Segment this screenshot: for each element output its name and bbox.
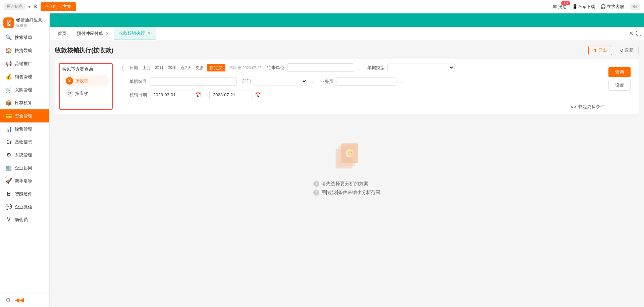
sidebar-item-inventory[interactable]: 📦 库存核算 [0, 96, 49, 109]
sidebar-item-enterprise[interactable]: 🏢 企业协同 [0, 161, 49, 174]
filter-area: 按以下方案查询 ¥ 按收款 ⏱ 按应收 《 [55, 59, 639, 114]
filter-group-partner: 往来单位 ... [267, 63, 362, 72]
filter-row-1: 日期 上月 本月 本年 近7天 更多 自定义 不限 至 2023-07-26 [129, 63, 604, 72]
filter-option-by-receivable[interactable]: ⏱ 按应收 [62, 88, 109, 99]
export-button[interactable]: ⬆ 导出 [588, 46, 612, 55]
filter-group-dept: 部门 ... [242, 77, 315, 86]
sidebar-item-marketing[interactable]: 📢 营销推广 [0, 57, 49, 70]
filter-group-staff: 业务员 ... [320, 77, 404, 86]
collapse-sidebar-icon[interactable]: ◀◀ [15, 296, 24, 304]
date-btn-custom[interactable]: 自定义 [207, 64, 225, 71]
settings-icon[interactable]: ⚙ [5, 296, 11, 304]
dept-more-icon[interactable]: ... [310, 78, 315, 85]
tab-home[interactable]: 首页 [52, 27, 72, 40]
writeoff-date-label: 核销日期 [129, 92, 147, 98]
tab-writeoff[interactable]: 收款核销执行 ✕ [114, 27, 156, 40]
empty-state: 😐 1 请先选择要分析的方案 2 用[过滤]条件来缩小分析范围 [55, 114, 639, 225]
enterprise-icon: 🏢 [5, 165, 12, 171]
sidebar-item-hardware[interactable]: 🖥 智能硬件 [0, 188, 49, 200]
tab-expand-button[interactable]: ⛶ [636, 31, 641, 37]
collapse-more-button[interactable]: ∧∧ 收起更多条件 [570, 104, 604, 110]
date-btn-this-year[interactable]: 本年 [166, 64, 178, 71]
staff-input[interactable] [336, 77, 396, 86]
basic-icon: 🗂 [5, 139, 12, 145]
dept-select[interactable] [254, 77, 307, 86]
filter-scheme-panel: 按以下方案查询 ¥ 按收款 ⏱ 按应收 [59, 63, 113, 110]
tab-close-all-button[interactable]: ✕ [629, 30, 633, 37]
tab-prepay[interactable]: 预付冲应付单 ✕ [72, 27, 114, 40]
page-title: 收款核销执行(按收款) [55, 46, 113, 54]
date-range-separator: — [203, 92, 207, 97]
purchase-icon: 🛒 [5, 87, 12, 93]
sidebar-item-guide[interactable]: 🚀 新手引导 [0, 174, 49, 188]
sidebar-item-basic[interactable]: 🗂 基础信息 [0, 136, 49, 148]
gear-icon[interactable]: ⚙ [33, 3, 38, 10]
partner-more-icon[interactable]: ... [357, 64, 362, 71]
guide-icon: 🚀 [5, 178, 12, 184]
refresh-button[interactable]: ↺ 刷新 [615, 46, 639, 55]
app-download-button[interactable]: 📱 App下载 [572, 4, 595, 10]
calendar-end-icon[interactable]: 📅 [255, 92, 261, 98]
date-btn-last-month[interactable]: 上月 [141, 64, 152, 71]
filter-group-date: 日期 上月 本月 本年 近7天 更多 自定义 不限 至 2023-07-26 [129, 64, 262, 71]
date-btn-this-month[interactable]: 本月 [154, 64, 165, 71]
wechat-icon: 💬 [5, 204, 12, 210]
doc-num-label: 单据编号 [129, 79, 147, 85]
sidebar-item-quicknav[interactable]: 🏠 快捷导航 [0, 44, 49, 57]
export-icon: ⬆ [593, 48, 597, 53]
writeoff-date-end-input[interactable]: 2023-07-21 [209, 91, 253, 99]
doc-type-label: 单据类型 [367, 65, 385, 71]
filter-scheme-title: 按以下方案查询 [62, 66, 109, 72]
message-icon: ✉ [553, 4, 557, 9]
sidebar-bottom: ⚙ ◀◀ [0, 293, 49, 307]
filter-option-by-receipt[interactable]: ¥ 按收款 [62, 75, 109, 87]
filter-group-writeoff-date: 核销日期 2023-03-01 📅 — 2023-07-21 📅 [129, 91, 261, 99]
sidebar-item-wechat[interactable]: 💬 企业微信 [0, 200, 49, 213]
page-actions: ⬆ 导出 ↺ 刷新 [588, 46, 639, 55]
empty-state-icon: 😐 [330, 141, 364, 174]
sidebar-item-search[interactable]: 🔍 搜索菜单 [0, 31, 49, 44]
message-button[interactable]: ✉ 消息 99+ [553, 4, 567, 10]
sidebar-logo: 🐰 畅捷通好生意 标准版 [0, 13, 49, 31]
calendar-start-icon[interactable]: 📅 [195, 92, 201, 98]
chevron-down-icon[interactable]: ▾ [28, 4, 31, 9]
tab-close-writeoff[interactable]: ✕ [148, 31, 151, 36]
app-icon: 📱 [572, 4, 578, 9]
writeoff-date-start-input[interactable]: 2023-03-01 [150, 91, 193, 99]
sidebar-item-finance[interactable]: 💳 资金管理 [0, 109, 49, 122]
top-bar: 用户信息 ▾ ⚙ 休闲行业方案 ✉ 消息 99+ 📱 App下载 🎧 在线客服 … [0, 0, 644, 13]
empty-tip-2: 2 用[过滤]条件来缩小分析范围 [313, 190, 380, 196]
sidebar-item-member[interactable]: V 畅会员 [0, 213, 49, 226]
date-label: 日期 [129, 65, 138, 71]
tip-num-1: 1 [313, 181, 319, 187]
receipt-icon: ¥ [66, 77, 73, 85]
page-header: 收款核销执行(按收款) ⬆ 导出 ↺ 刷新 [55, 46, 639, 55]
svg-text:😐: 😐 [348, 150, 354, 156]
date-btn-more[interactable]: 更多 [194, 64, 206, 71]
sidebar-item-business[interactable]: 📊 经营管理 [0, 122, 49, 136]
empty-tip-1: 1 请先选择要分析的方案 [313, 181, 380, 187]
setting-button[interactable]: 设置 [608, 80, 631, 91]
tab-bar-actions: ✕ ⛶ [629, 30, 641, 37]
solution-button[interactable]: 休闲行业方案 [41, 2, 76, 11]
partner-input[interactable] [287, 63, 354, 72]
tab-bar: 首页 预付冲应付单 ✕ 收款核销执行 ✕ ✕ ⛶ [50, 27, 644, 40]
collapse-more-icon: ∧∧ [570, 104, 577, 109]
date-btn-7days[interactable]: 近7天 [179, 64, 193, 71]
dept-label: 部门 [242, 79, 251, 85]
partner-label: 往来单位 [267, 65, 284, 71]
collapse-filter-button[interactable]: 《 [117, 63, 125, 74]
sidebar-item-sales[interactable]: 💰 销售管理 [0, 70, 49, 83]
service-button[interactable]: 🎧 在线客服 [600, 4, 625, 10]
tip-num-2: 2 [313, 190, 319, 196]
query-button[interactable]: 查询 [608, 67, 631, 77]
doc-type-select[interactable] [387, 63, 454, 72]
content-area: 首页 预付冲应付单 ✕ 收款核销执行 ✕ ✕ ⛶ 收款核销执行(按收款) ⬆ [50, 13, 644, 307]
doc-num-input[interactable] [150, 77, 237, 86]
empty-tips: 1 请先选择要分析的方案 2 用[过滤]条件来缩小分析范围 [313, 181, 380, 198]
home-icon: 🏠 [5, 47, 12, 54]
sidebar-item-system[interactable]: ⚙ 系统管理 [0, 148, 49, 161]
tab-close-prepay[interactable]: ✕ [106, 31, 109, 36]
staff-more-icon[interactable]: ... [399, 78, 404, 85]
sidebar-item-purchase[interactable]: 🛒 采购管理 [0, 83, 49, 96]
